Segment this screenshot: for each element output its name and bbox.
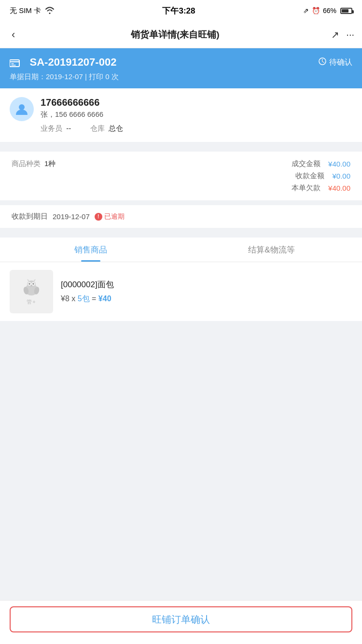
product-name: [0000002]面包 (61, 279, 352, 290)
alarm-icon: ⏰ (312, 7, 320, 14)
tab-sales-products[interactable]: 销售商品 (0, 238, 181, 262)
customer-phone: 17666666666 (41, 97, 352, 108)
salesperson-label: 业务员 (41, 124, 62, 132)
order-date: 单据日期：2019-12-07 | 打印 0 次 (10, 72, 352, 82)
received-value: ¥0.00 (332, 172, 350, 180)
tab-settlement-label: 结算&物流等 (248, 244, 294, 255)
customer-meta: 业务员 -- 仓库 总仓 (41, 124, 352, 133)
product-section: 管+ [0000002]面包 ¥8 x 5包 = ¥40 (0, 262, 362, 321)
product-brand-label: 管+ (27, 298, 36, 306)
divider-2 (0, 200, 362, 205)
product-multiply: x (71, 294, 77, 303)
overdue-date: 2019-12-07 (53, 212, 90, 221)
product-type-value: 1种 (44, 159, 56, 168)
page-title: 销货单详情(来自旺铺) (131, 28, 220, 41)
nav-bar: ‹ 销货单详情(来自旺铺) ↗ ··· (0, 21, 362, 48)
order-id: SA-20191207-002 (10, 56, 116, 69)
financial-summary: 成交金额 ¥40.00 收款金额 ¥0.00 本单欠款 ¥40.00 (292, 159, 350, 193)
svg-marker-13 (33, 279, 36, 281)
location-icon: ⇗ (303, 7, 309, 14)
salesperson-value: -- (66, 124, 71, 132)
more-button[interactable]: ··· (346, 29, 354, 40)
overdue-section: 收款到期日 2019-12-07 ! 已逾期 (0, 205, 362, 228)
overdue-text: 已逾期 (104, 212, 125, 221)
warehouse-field: 仓库 总仓 (90, 124, 123, 133)
product-price: ¥8 (61, 294, 70, 303)
svg-point-2 (19, 104, 25, 110)
product-equals: = (92, 294, 98, 303)
product-qty: 5包 (78, 294, 90, 303)
product-type-label: 商品种类 (12, 159, 41, 168)
status-right: ⇗ ⏰ 66% (303, 7, 352, 14)
confirm-order-button[interactable]: 旺铺订单确认 (10, 606, 352, 632)
svg-marker-12 (27, 279, 29, 281)
share-button[interactable]: ↗ (331, 29, 339, 41)
customer-name: 张，156 6666 6666 (41, 110, 352, 119)
warehouse-label: 仓库 (90, 124, 105, 132)
product-thumb-image (19, 278, 43, 297)
tabs-row: 销售商品 结算&物流等 (0, 238, 362, 262)
product-type-field: 商品种类 1种 (12, 159, 56, 168)
order-status: 待确认 (319, 57, 352, 68)
divider-1 (0, 147, 362, 152)
overdue-dot-icon: ! (95, 213, 102, 221)
overdue-label: 收款到期日 (12, 212, 48, 221)
status-time: 下午3:28 (162, 5, 195, 16)
status-left: 无 SIM 卡 (10, 6, 55, 15)
salesperson-field: 业务员 -- (41, 124, 71, 133)
customer-card: 17666666666 张，156 6666 6666 业务员 -- 仓库 总仓 (0, 88, 362, 142)
svg-point-7 (28, 283, 30, 285)
product-total: ¥40 (98, 294, 111, 303)
svg-rect-0 (10, 60, 19, 67)
owed-value: ¥40.00 (328, 184, 350, 192)
warehouse-value: 总仓 (109, 124, 123, 132)
clock-icon (319, 57, 326, 67)
product-thumb-inner: 管+ (19, 278, 43, 306)
bottom-bar: 旺铺订单确认 (0, 600, 362, 644)
nav-actions: ↗ ··· (331, 29, 354, 41)
customer-info: 17666666666 张，156 6666 6666 业务员 -- 仓库 总仓 (41, 97, 352, 133)
status-text: 待确认 (329, 57, 352, 68)
owed-row: 本单欠款 ¥40.00 (292, 183, 350, 193)
battery-icon (340, 8, 352, 14)
back-button[interactable]: ‹ (8, 25, 19, 45)
received-label: 收款金额 (295, 171, 324, 181)
order-header: SA-20191207-002 待确认 单据日期：2019-12-07 | 打印… (0, 48, 362, 88)
transaction-label: 成交金额 (292, 159, 320, 168)
svg-point-8 (32, 283, 34, 285)
tab-settlement[interactable]: 结算&物流等 (181, 238, 362, 262)
product-details: [0000002]面包 ¥8 x 5包 = ¥40 (61, 279, 352, 304)
carrier-text: 无 SIM 卡 (10, 6, 41, 15)
divider-3 (0, 233, 362, 238)
tabs-section: 销售商品 结算&物流等 (0, 238, 362, 262)
product-formula: ¥8 x 5包 = ¥40 (61, 294, 352, 304)
status-bar: 无 SIM 卡 下午3:28 ⇗ ⏰ 66% (0, 0, 362, 21)
summary-card: 商品种类 1种 成交金额 ¥40.00 收款金额 ¥0.00 本单欠款 ¥40.… (0, 152, 362, 200)
transaction-value: ¥40.00 (328, 160, 350, 168)
transaction-row: 成交金额 ¥40.00 (292, 159, 350, 168)
battery-percent: 66% (323, 7, 336, 14)
overdue-badge: ! 已逾期 (95, 212, 125, 221)
customer-avatar (10, 97, 34, 121)
tab-sales-products-label: 销售商品 (74, 244, 107, 255)
product-thumbnail: 管+ (10, 270, 53, 313)
product-item: 管+ [0000002]面包 ¥8 x 5包 = ¥40 (10, 270, 352, 313)
empty-content-area (0, 326, 362, 422)
order-icon (10, 57, 26, 68)
wifi-icon (45, 6, 55, 15)
received-row: 收款金额 ¥0.00 (295, 171, 350, 181)
owed-label: 本单欠款 (292, 183, 320, 193)
